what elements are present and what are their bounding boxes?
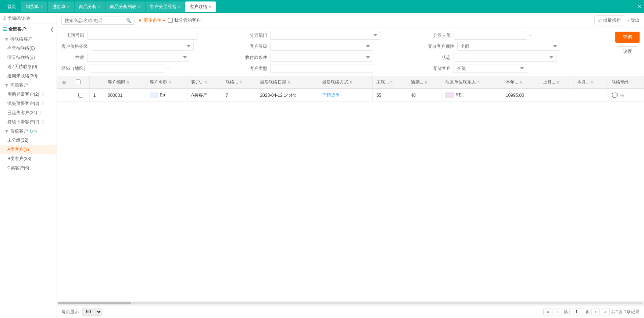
batch-ops-btn[interactable]: ☑ 批量操作 xyxy=(594,15,624,25)
scrollbar-thumb[interactable] xyxy=(58,302,131,304)
th-customer-type[interactable]: 客户... ⇅ xyxy=(187,76,222,89)
group-pending-contact[interactable]: ▼ 待联络客户 xyxy=(0,35,57,44)
tab-customer-contact[interactable]: 客户联络 × xyxy=(185,1,215,12)
filter-more-btn[interactable]: ▼ 更多条件 ▾ xyxy=(138,17,165,24)
th-settings[interactable]: ⚙ xyxy=(57,76,72,89)
tab-product-analysis[interactable]: 商品分析 × xyxy=(75,1,105,12)
tab-customer-contact-close[interactable]: × xyxy=(209,4,211,9)
filter-label: 更多条件 xyxy=(144,17,161,24)
edit-icon[interactable]: ✎ xyxy=(34,129,37,134)
search-input[interactable] xyxy=(65,18,125,23)
tab-product-analysis-list-close[interactable]: × xyxy=(138,4,140,9)
toolbar-search-icon[interactable]: 🔍 xyxy=(126,18,132,23)
th-customer-type-label: 客户... xyxy=(191,79,204,85)
sort-this-month-icon: ⇅ xyxy=(591,80,594,84)
th-unit-contacts[interactable]: 往来单位联系人 ⇅ xyxy=(441,76,502,89)
export-label: 导出 xyxy=(631,17,640,24)
tab-home-label: 首页 xyxy=(7,4,16,10)
filter-customer-grade-select[interactable] xyxy=(270,42,373,51)
th-contact[interactable]: 联络... ⇅ xyxy=(222,76,256,89)
sidebar-item-overdue[interactable]: 逾期未联络(30) xyxy=(0,71,57,81)
last-page-btn[interactable]: » xyxy=(601,308,610,315)
sidebar-item-declining[interactable]: 持续下滑客户(2) ⓘ xyxy=(0,117,57,127)
filter-row-3: 性质 收付款条件 状态 xyxy=(61,53,611,62)
filter-phone-input[interactable] xyxy=(87,31,197,40)
th-this-month[interactable]: 本月... ⇅ xyxy=(573,76,608,89)
next-page-btn[interactable]: › xyxy=(591,308,600,315)
more-action-icon[interactable]: ⊞ xyxy=(620,92,625,98)
th-last-month[interactable]: 上月... ⇅ xyxy=(539,76,573,89)
tab-product-analysis-list[interactable]: 商品分析列表 × xyxy=(105,1,144,12)
group-value-customers[interactable]: ▼ 价值客户 ↻ ✎ xyxy=(0,127,57,136)
filter-dept-select[interactable] xyxy=(270,31,380,40)
filter-price-grade-select[interactable] xyxy=(91,42,194,51)
th-no-contact[interactable]: 未联... ⇅ xyxy=(372,76,407,89)
sidebar-item-b-class[interactable]: B类客户(33) xyxy=(0,154,57,163)
sort-no-contact-icon: ⇅ xyxy=(390,80,393,84)
tab-purchase[interactable]: 进货单 × xyxy=(48,1,74,12)
first-page-btn[interactable]: « xyxy=(543,308,552,315)
refresh-icon[interactable]: ↻ xyxy=(29,129,33,134)
sidebar-item-today[interactable]: 今天待联络(0) xyxy=(0,44,57,53)
th-this-year[interactable]: 本年... ⇅ xyxy=(502,76,539,89)
batch-ops-label: 批量操作 xyxy=(603,17,621,24)
filter-phone: 电话号码 xyxy=(61,31,244,40)
sidebar-item-a-class[interactable]: A类客户(1) xyxy=(0,145,57,154)
th-overdue[interactable]: 逾期... ⇅ xyxy=(407,76,441,89)
tab-sales[interactable]: 销货单 × xyxy=(21,1,47,12)
settings-gear-icon[interactable]: ⚙ xyxy=(62,80,67,85)
th-code[interactable]: 客户编码 ⇅ xyxy=(104,76,146,89)
filter-customer-grade: 客户等级 xyxy=(244,42,427,51)
prev-page-btn[interactable]: ‹ xyxy=(554,308,562,315)
row-checkbox[interactable] xyxy=(78,93,83,98)
filter-nature-select[interactable] xyxy=(87,53,190,62)
message-icon[interactable]: 💬 xyxy=(612,92,618,98)
sidebar-item-tomorrow-label: 明天待联络(1) xyxy=(7,54,35,61)
export-btn[interactable]: ↑ 导出 xyxy=(627,17,640,24)
filter-person-label: 分管人员 xyxy=(428,32,454,39)
th-last-contact-method[interactable]: 最后联络方式 ⇅ xyxy=(318,76,373,89)
sidebar-item-c-class[interactable]: C类客户(6) xyxy=(0,163,57,173)
toolbar: 🔍 ▼ 更多条件 ▾ 我分管的客户 ☑ 批量操作 ↑ 导出 xyxy=(57,13,644,28)
sort-unit-contacts-icon: ⇅ xyxy=(477,80,480,84)
scrollbar-track xyxy=(58,302,643,304)
th-last-contact-date[interactable]: 最后联络日期 ⇅ xyxy=(256,76,318,89)
tab-product-analysis-close[interactable]: × xyxy=(98,4,100,9)
filter-region-input[interactable] xyxy=(91,64,164,73)
tab-sales-close[interactable]: × xyxy=(40,4,43,9)
settings-button[interactable]: 设置 xyxy=(617,46,638,57)
filter-payment-select[interactable] xyxy=(270,53,373,62)
filter-status-select[interactable] xyxy=(454,53,557,62)
my-customers-checkbox[interactable] xyxy=(168,18,173,23)
filter-person-more[interactable]: ··· xyxy=(527,32,534,38)
tab-home[interactable]: 首页 xyxy=(3,1,21,12)
filter-retail-select[interactable]: 全部 xyxy=(454,64,527,73)
td-last-contact-method[interactable]: 下销货单 xyxy=(318,89,373,102)
group-problem-customers[interactable]: ▼ 问题客户 xyxy=(0,81,57,90)
filter-retail-attr-select[interactable]: 全部 xyxy=(457,42,560,51)
filter-person-input[interactable] xyxy=(454,31,527,40)
query-button[interactable]: 查询 xyxy=(615,32,640,43)
page-input[interactable] xyxy=(569,308,584,315)
tab-customer-segment-close[interactable]: × xyxy=(178,4,180,9)
sidebar-item-7days-label: 近7天待联络(0) xyxy=(7,64,37,70)
th-name[interactable]: 客户名称 ⇅ xyxy=(146,76,187,89)
sidebar-collapse-btn[interactable]: ❮ xyxy=(50,27,54,32)
page-size-select[interactable]: 50 10 20 100 xyxy=(82,308,102,316)
sidebar-search-input[interactable] xyxy=(3,16,57,21)
tab-purchase-close[interactable]: × xyxy=(67,4,69,9)
horizontal-scrollbar[interactable] xyxy=(57,301,644,305)
filter-region-more[interactable]: ··· xyxy=(164,66,172,71)
sidebar-item-7days[interactable]: 近7天待联络(0) xyxy=(0,62,57,71)
sidebar-item-no-group[interactable]: 未分组(32) xyxy=(0,136,57,145)
sidebar-item-tomorrow[interactable]: 明天待联络(1) xyxy=(0,53,57,62)
tab-customer-segment[interactable]: 客户分层经营 × xyxy=(146,1,185,12)
sidebar-item-churned[interactable]: 已流失客户(24) ⓘ xyxy=(0,108,57,117)
filter-customer-type-input[interactable] xyxy=(270,64,373,73)
close-all-tabs[interactable]: × xyxy=(638,3,641,10)
my-customers-checkbox-label[interactable]: 我分管的客户 xyxy=(168,17,201,24)
sidebar-item-churn-warning[interactable]: 流失预警客户(3) ⓘ xyxy=(0,99,57,108)
sidebar-item-abnormal[interactable]: 囤购异常客户(2) ⓘ xyxy=(0,90,57,99)
select-all-checkbox[interactable] xyxy=(76,80,80,84)
sidebar-item-declining-label: 持续下滑客户(2) xyxy=(7,119,39,125)
